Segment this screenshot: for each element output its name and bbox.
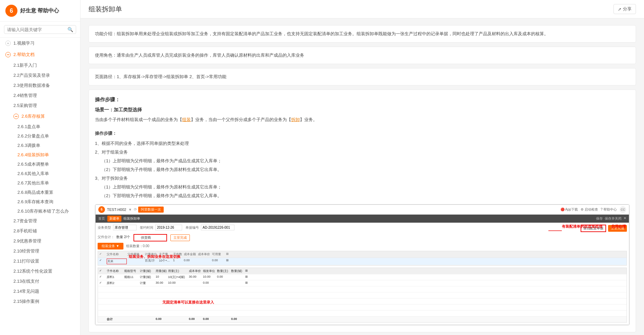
sidebar-item-docs-212[interactable]: 2.12系统个性化设置 xyxy=(0,266,80,276)
page-title: 组装拆卸单 xyxy=(89,5,122,14)
sidebar-item-docs-264[interactable]: 2.6.4组装拆卸单 xyxy=(0,150,80,160)
search-icon[interactable]: 🔍 xyxy=(67,27,73,32)
logo-text: 好生意 帮助中心 xyxy=(20,7,59,14)
app-btn-close-x[interactable]: ✕ xyxy=(624,216,626,221)
sidebar-item-docs-262[interactable]: 2.6.2分量盘点单 xyxy=(0,131,80,141)
steps-list: 操作步骤： 1、根据不同的业务，选择不同单据的类型来处理 2、对于组装业务 （1… xyxy=(95,129,630,200)
share-button[interactable]: ➚ 分享 xyxy=(613,4,636,14)
sidebar-item-docs-265[interactable]: 2.6.5成本调整单 xyxy=(0,160,80,169)
nav-section: + 1.视频学习 − 2.帮助文档 2.1新手入门 2.2产品安装及登录 2.3… xyxy=(0,38,80,306)
operations-block: 操作步骤： 场景一：加工类型选择 当由多个子件材料组装成一个成品的业务为【组装】… xyxy=(89,90,636,332)
app-tab-assembly[interactable]: 组装拆卸单 xyxy=(123,216,140,221)
sidebar-item-docs-23[interactable]: 2.3使用前数据准备 xyxy=(0,80,80,91)
app-new-order-btn[interactable]: 阿里数据一次 xyxy=(138,207,164,213)
screenshot-container: 6 TEST-H002 ▼ ⟳ 阿里数据一次 🔴 App下载 ⚙ 启动检查 ? … xyxy=(95,204,630,325)
link-assembly[interactable]: 组装 xyxy=(182,117,191,122)
app-tab-home[interactable]: 首页 xyxy=(98,216,105,221)
app-topbar: 6 TEST-H002 ▼ ⟳ 阿里数据一次 🔴 App下载 ⚙ 启动检查 ? … xyxy=(96,205,629,215)
app-screenshot: 6 TEST-H002 ▼ ⟳ 阿里数据一次 🔴 App下载 ⚙ 启动检查 ? … xyxy=(95,205,629,325)
sidebar-item-docs-22[interactable]: 2.2产品安装及登录 xyxy=(0,70,80,80)
sidebar-item-docs-25[interactable]: 2.5采购管理 xyxy=(0,101,80,111)
sidebar-item-docs-28[interactable]: 2.8手机旺铺 xyxy=(0,226,80,236)
step2-1: （1）上部明细为父件明细，最终作为产成品生成其它入库单； xyxy=(95,157,630,165)
path-block: 页面路径：1、库存核算->库存管理->组装拆卸单 2、首页->常用功能 xyxy=(89,68,636,86)
search-box[interactable]: 🔍 xyxy=(4,25,76,34)
step-label: 操作步骤： xyxy=(95,129,630,138)
sidebar-item-docs-210[interactable]: 2.10经营管理 xyxy=(0,246,80,256)
sidebar-item-docs-268[interactable]: 2.6.8商品成本重算 xyxy=(0,188,80,197)
sub-row-5 xyxy=(98,298,627,304)
app-company: TEST-H002 xyxy=(107,208,126,212)
step1: 1、根据不同的业务，选择不同单据的类型来处理 xyxy=(95,139,630,148)
sidebar: 6 好生意 帮助中心 🔍 + 1.视频学习 − 2.帮助文档 2.1新手入门 2… xyxy=(0,0,80,335)
search-area: 🔍 xyxy=(0,22,80,38)
search-input[interactable] xyxy=(7,27,67,32)
sidebar-item-docs-266[interactable]: 2.6.6其他入库单 xyxy=(0,169,80,178)
sub-row-3 xyxy=(98,286,627,292)
form-row-date: 签约时间 xyxy=(140,225,182,230)
cell-name[interactable]: 关米 xyxy=(107,259,127,264)
form-btn-apply[interactable]: 立至完成 xyxy=(170,234,190,241)
share-icon: ➚ xyxy=(618,7,622,12)
step3-1: （1）上部明细为父件明细，最终作为原材料生成其它出库单； xyxy=(95,183,630,191)
sidebar-item-docs[interactable]: − 2.帮助文档 xyxy=(0,49,80,60)
app-dropdown-icon: ▼ xyxy=(128,208,132,212)
form-input-date[interactable] xyxy=(155,225,182,230)
sidebar-item-docs-261[interactable]: 2.6.1盘点单 xyxy=(0,122,80,131)
form-row-count: 父件合计： 数量 2/个 xyxy=(98,235,130,239)
sidebar-item-video[interactable]: + 1.视频学习 xyxy=(0,38,80,49)
sub-row-1: ✓ 原料1 规格11 计量(辅) 10 10(主)+4(辅) 30.00 10.… xyxy=(98,274,627,280)
form-input-search[interactable]: 供货商 xyxy=(133,234,167,241)
app-nav-tabs: 首页 | 新建单 | 组装拆卸单 保存 保存并关闭 ✕ xyxy=(96,215,629,223)
sub-table-footer: 合计 0.00 0.00 0.00 0.00 xyxy=(98,317,627,322)
sidebar-item-docs-269[interactable]: 2.6.9库存账本查询 xyxy=(0,197,80,207)
logo-icon: 6 xyxy=(5,5,17,17)
sidebar-item-docs-213[interactable]: 2.13在线支付 xyxy=(0,276,80,286)
scenario1-title: 场景一：加工类型选择 xyxy=(95,107,630,113)
main-table-header: ✓ 父件名称 父件规格 计量单位 主产量 子件数 成本金额 成本单价 可用量 ⊞ xyxy=(98,251,627,258)
form-input-type[interactable] xyxy=(113,225,137,230)
step2: 2、对于组装业务 xyxy=(95,148,630,157)
sidebar-item-docs-211[interactable]: 2.11打印设置 xyxy=(0,256,80,266)
app-nav-apps: 🔴 App下载 xyxy=(560,207,578,212)
sidebar-item-docs-21[interactable]: 2.1新手入门 xyxy=(0,60,80,70)
step3-2: （2）下部明细为子件明细，最终作为产成品生成其它入库单。 xyxy=(95,191,630,200)
sidebar-item-docs-215[interactable]: 2.15操作案例 xyxy=(0,296,80,306)
sidebar-item-docs-2610[interactable]: 2.6.10库存账本错了怎么办 xyxy=(0,207,80,216)
logo-area: 6 好生意 帮助中心 xyxy=(0,0,80,22)
collapse-icon: − xyxy=(5,52,11,57)
step2-2: （2）下部明细为子件明细，最终作为原材料生成其它出库单。 xyxy=(95,165,630,174)
sub-table-header: ✓ 子件名称 规格型号 计量(辅) 用量(辅) 用量(主) 成本单价 领发单位 … xyxy=(98,268,627,274)
form-row-type: 业务类型 xyxy=(98,225,137,230)
expand-icon: + xyxy=(5,41,11,46)
app-form-area: 业务类型 签约时间 单据编号 xyxy=(96,223,629,325)
main: 组装拆卸单 ➚ 分享 功能介绍：组装拆卸单用来处理企业组装或拆卸等加工业务，支持… xyxy=(80,0,644,335)
sub-row-6 xyxy=(98,304,627,311)
btn-assembly-type[interactable]: 组装业务 ▼ xyxy=(98,243,123,249)
intro-block: 功能介绍：组装拆卸单用来处理企业组装或拆卸等加工业务，支持有固定装配清单的产品加… xyxy=(89,25,636,43)
sidebar-item-docs-29[interactable]: 2.9优惠券管理 xyxy=(0,236,80,246)
link-disassembly[interactable]: 拆卸 xyxy=(291,117,300,122)
sidebar-item-docs-214[interactable]: 2.14常见问题 xyxy=(0,286,80,296)
sidebar-item-docs-24[interactable]: 2.4销售管理 xyxy=(0,91,80,101)
role-block: 使用角色：通常由生产人员或库管人员完成折装业务的操作，库管人员确认原材料的出库和… xyxy=(89,47,636,64)
scenario1-desc: 当由多个子件材料组装成一个成品的业务为【组装】业务，当由一个父件拆分成多个子产品… xyxy=(95,116,630,123)
ann-search-btn[interactable]: 查找配置单据 xyxy=(581,225,606,232)
app-tab-new[interactable]: 新建单 xyxy=(107,216,121,222)
form-btn-submit[interactable]: 立至完成 xyxy=(608,225,627,232)
sidebar-item-docs-263[interactable]: 2.6.3调拨单 xyxy=(0,141,80,150)
sidebar-item-docs-267[interactable]: 2.6.7其他出库单 xyxy=(0,178,80,188)
sidebar-item-docs-26[interactable]: − 2.6库存核算 xyxy=(0,111,80,122)
collapse-sub-icon: − xyxy=(13,114,19,119)
app-btn-save[interactable]: 保存 xyxy=(596,216,603,221)
app-btn-saveclose[interactable]: 保存并关闭 xyxy=(605,216,622,221)
step3: 3、对于拆卸业务 xyxy=(95,174,630,183)
main-table-row: ✓ 关米 百克/斤 10个+... 1 0.00 0.00 ⊞ xyxy=(98,258,627,265)
form-input-order[interactable] xyxy=(201,225,234,230)
app-logo-icon: 6 xyxy=(98,206,105,213)
top-bar: 组装拆卸单 ➚ 分享 xyxy=(80,0,644,18)
sub-row-2: ✓ 原料2 计量 30.00 10.00 0.00 ⊞ xyxy=(98,280,627,286)
content-area: 功能介绍：组装拆卸单用来处理企业组装或拆卸等加工业务，支持有固定装配清单的产品加… xyxy=(80,18,644,335)
sub-row-4 xyxy=(98,292,627,298)
sidebar-item-docs-27[interactable]: 2.7资金管理 xyxy=(0,216,80,226)
